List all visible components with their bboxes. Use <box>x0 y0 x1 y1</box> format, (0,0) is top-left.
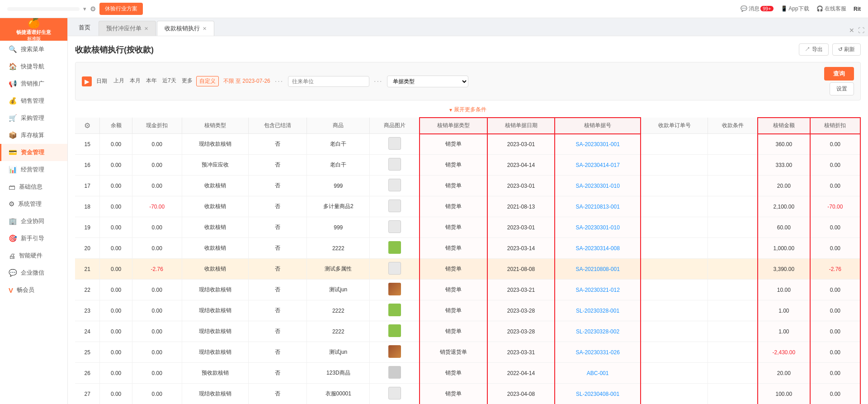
cell-hs-bill-no[interactable]: SA-20210808-001 <box>555 259 641 280</box>
sidebar-item-marketing[interactable]: 📢 营销推广 <box>0 75 67 92</box>
app-download-link[interactable]: 📱 App下载 <box>781 5 809 13</box>
cell-hs-bill-no[interactable]: SL-20230408-001 <box>555 384 641 404</box>
date-custom-btn[interactable]: 自定义 <box>196 76 219 86</box>
date-link-this-month[interactable]: 本月 <box>128 76 142 86</box>
cell-receipt-order-no <box>641 238 708 259</box>
cell-cancel-amount: -2,430.00 <box>758 342 810 363</box>
sidebar-label-inventory: 库存核算 <box>21 131 44 139</box>
tab-prepay-close[interactable]: ✕ <box>144 26 148 32</box>
bill-no-link[interactable]: SL-20230328-001 <box>576 308 619 314</box>
cell-cash-discount: 0.00 <box>132 280 182 300</box>
bill-no-link[interactable]: SA-20230321-012 <box>576 287 619 293</box>
cell-hs-bill-no[interactable]: SA-20230314-008 <box>555 238 641 259</box>
bill-no-link[interactable]: SL-20230328-002 <box>576 328 619 335</box>
unit-filter-input[interactable] <box>288 76 369 87</box>
sidebar-item-member[interactable]: V 畅会员 <box>0 281 67 299</box>
sidebar-item-hardware[interactable]: 🖨 智能硬件 <box>0 247 67 264</box>
sidebar-item-system[interactable]: ⚙ 系统管理 <box>0 195 67 213</box>
date-link-more[interactable]: 更多 <box>180 76 194 86</box>
cell-cancel-amount: 20.00 <box>758 363 810 384</box>
cell-hs-bill-no[interactable]: SA-20230414-017 <box>555 155 641 176</box>
bill-no-link[interactable]: SA-20230414-017 <box>576 162 619 168</box>
close-all-icon[interactable]: ✕ <box>849 27 854 34</box>
bill-no-link[interactable]: ABC-001 <box>587 370 609 376</box>
cell-hs-bill-no[interactable]: SL-20230328-002 <box>555 321 641 342</box>
bill-no-link[interactable]: SA-20210808-001 <box>576 266 619 272</box>
cell-goods-img <box>370 217 420 238</box>
top-search-area[interactable] <box>7 7 80 11</box>
cell-hs-bill-no[interactable]: SA-20230301-001 <box>555 134 641 155</box>
sidebar-item-search[interactable]: 🔍 搜索菜单 <box>0 41 67 58</box>
table-row: 23 0.00 0.00 现结收款核销 否 2222 销货单 2023-03-2… <box>75 300 860 321</box>
sidebar-item-finance[interactable]: 💳 资金管理 <box>0 144 67 161</box>
guide-icon: 🎯 <box>9 234 17 242</box>
maximize-icon[interactable]: ⛶ <box>858 27 864 34</box>
refresh-button[interactable]: ↺ 刷新 <box>832 43 861 56</box>
refresh-icon: ↺ <box>838 46 843 52</box>
message-icon[interactable]: 💬 消息99+ <box>741 5 774 13</box>
sidebar-item-wechat[interactable]: 💬 企业微信 <box>0 264 67 281</box>
sidebar-item-corp[interactable]: 🏢 企业协同 <box>0 213 67 230</box>
cell-hs-bill-no[interactable]: SA-20230301-010 <box>555 176 641 196</box>
sidebar-item-sales[interactable]: 💰 销售管理 <box>0 92 67 109</box>
cell-hs-bill-date: 2023-04-14 <box>487 155 555 176</box>
expand-more-button[interactable]: ▾ 展开更多条件 <box>449 106 486 114</box>
table-settings-icon[interactable]: ⚙ <box>84 122 90 129</box>
sidebar-logo: 🍊 畅捷通谱好生意 标准版 <box>0 18 67 41</box>
online-service-link[interactable]: 🎧 在线客服 <box>816 5 846 13</box>
export-button[interactable]: ↗ 导出 <box>799 43 828 56</box>
bill-no-link[interactable]: SA-20230331-026 <box>576 349 619 356</box>
cell-hs-bill-no[interactable]: SL-20230328-001 <box>555 300 641 321</box>
filter-expand-btn[interactable]: ▶ <box>82 76 92 86</box>
cell-hs-bill-no[interactable]: SA-20230331-026 <box>555 342 641 363</box>
cell-num: 18 <box>75 196 100 217</box>
user-name[interactable]: Rit <box>854 6 861 12</box>
date-link-7days[interactable]: 近7天 <box>160 76 178 86</box>
bill-no-link[interactable]: SA-20230301-010 <box>576 224 619 231</box>
bill-no-link[interactable]: SA-20230314-008 <box>576 245 619 252</box>
col-header-settings[interactable]: ⚙ <box>75 118 100 134</box>
tab-bar-actions: ✕ ⛶ <box>849 27 864 36</box>
cell-cancel-type: 收款核销 <box>182 176 249 196</box>
sidebar-item-guide[interactable]: 🎯 新手引导 <box>0 230 67 247</box>
query-button[interactable]: 查询 <box>824 67 854 81</box>
tab-collection-close[interactable]: ✕ <box>203 26 207 32</box>
bill-no-link[interactable]: SA-20230301-001 <box>576 141 619 147</box>
table-body: 15 0.00 0.00 现结收款核销 否 老白干 销货单 2023-03-01… <box>75 134 860 404</box>
operation-icon: 📊 <box>9 166 17 174</box>
cell-cash-discount: 0.00 <box>132 134 182 155</box>
bill-no-link[interactable]: SA-20230301-010 <box>576 183 619 189</box>
cell-cancel-type: 现结收款核销 <box>182 280 249 300</box>
tab-prepay[interactable]: 预付冲应付单 ✕ <box>99 21 156 36</box>
cell-cancel-discount: 0.00 <box>810 134 860 155</box>
tab-home[interactable]: 首页 <box>71 20 98 36</box>
cell-hs-bill-date: 2023-03-28 <box>487 300 555 321</box>
sidebar-item-purchase[interactable]: 🛒 采购管理 <box>0 109 67 127</box>
cell-hs-bill-no[interactable]: SA-20230301-010 <box>555 217 641 238</box>
bill-no-link[interactable]: SL-20230408-001 <box>576 391 619 397</box>
date-link-last-month[interactable]: 上月 <box>112 76 126 86</box>
gear-icon[interactable]: ⚙ <box>90 5 96 13</box>
cell-goods-img <box>370 300 420 321</box>
tab-prepay-label: 预付冲应付单 <box>106 24 142 33</box>
bill-no-link[interactable]: SA-20210813-001 <box>576 204 619 210</box>
sidebar-item-basic[interactable]: 🗃 基础信息 <box>0 178 67 195</box>
tab-collection[interactable]: 收款核销执行 ✕ <box>157 21 214 36</box>
cell-hs-bill-date: 2021-08-08 <box>487 259 555 280</box>
logo-text: 畅捷通谱好生意 <box>16 29 51 36</box>
cell-receipt-condition <box>708 384 758 404</box>
cell-cancel-amount: 10.00 <box>758 280 810 300</box>
date-link-this-year[interactable]: 本年 <box>144 76 159 86</box>
cell-hs-bill-no[interactable]: SA-20230321-012 <box>555 280 641 300</box>
cell-hs-bill-no[interactable]: SA-20210813-001 <box>555 196 641 217</box>
sidebar-item-operation[interactable]: 📊 经营管理 <box>0 161 67 178</box>
bill-type-filter-select[interactable]: 单据类型 <box>387 76 468 87</box>
industry-btn[interactable]: 休验行业方案 <box>99 3 143 15</box>
cell-hs-bill-no[interactable]: ABC-001 <box>555 363 641 384</box>
sidebar: 🍊 畅捷通谱好生意 标准版 🔍 搜索菜单 🏠 快捷导航 📢 营销推广 💰 销售管… <box>0 18 68 404</box>
sidebar-item-quicknav[interactable]: 🏠 快捷导航 <box>0 58 67 75</box>
sidebar-label-guide: 新手引导 <box>21 234 44 242</box>
sidebar-item-inventory[interactable]: 📦 库存核算 <box>0 127 67 144</box>
sidebar-label-purchase: 采购管理 <box>21 114 44 122</box>
setting-button[interactable]: 设置 <box>830 82 854 95</box>
